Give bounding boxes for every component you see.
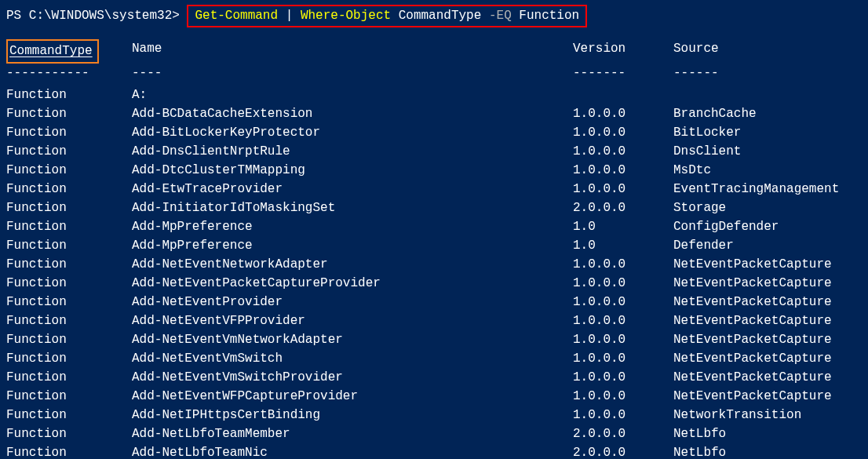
cell-version: 1.0.0.0 (573, 330, 673, 349)
cell-name: Add-NetEventProvider (132, 293, 573, 311)
table-row: FunctionAdd-NetEventVmNetworkAdapter1.0.… (6, 330, 862, 349)
cell-commandtype: Function (6, 161, 132, 180)
table-row: FunctionAdd-DtcClusterTMMapping1.0.0.0Ms… (6, 161, 862, 180)
cell-source: Defender (673, 236, 734, 255)
cell-commandtype: Function (6, 86, 132, 104)
table-row: FunctionAdd-NetEventProvider1.0.0.0NetEv… (6, 293, 862, 311)
cell-name: Add-NetEventVmSwitch (132, 349, 573, 368)
table-body: FunctionA:FunctionAdd-BCDataCacheExtensi… (6, 86, 862, 459)
cell-version: 1.0.0.0 (573, 255, 673, 274)
cell-version: 2.0.0.0 (573, 424, 673, 443)
dashes-source: ------ (673, 64, 719, 82)
table-row: FunctionAdd-NetEventVmSwitchProvider1.0.… (6, 368, 862, 387)
table-row: FunctionAdd-NetEventVFPProvider1.0.0.0Ne… (6, 311, 862, 330)
header-source: Source (673, 39, 719, 64)
cmdlet-where-object: Where-Object (301, 9, 391, 23)
cell-commandtype: Function (6, 199, 132, 217)
cell-version: 1.0.0.0 (573, 387, 673, 406)
cell-commandtype: Function (6, 217, 132, 236)
cell-commandtype: Function (6, 123, 132, 142)
table-row: FunctionAdd-NetIPHttpsCertBinding1.0.0.0… (6, 406, 862, 424)
table-row: FunctionAdd-MpPreference1.0Defender (6, 236, 862, 255)
cell-source: NetLbfo (673, 443, 726, 459)
cell-name: Add-NetEventVmNetworkAdapter (132, 330, 573, 349)
header-version: Version (573, 39, 673, 64)
table-row: FunctionAdd-NetLbfoTeamMember2.0.0.0NetL… (6, 424, 862, 443)
cell-commandtype: Function (6, 349, 132, 368)
dashes-type: ----------- (6, 64, 132, 82)
cell-commandtype: Function (6, 274, 132, 293)
cell-version: 2.0.0.0 (573, 443, 673, 459)
cell-version: 1.0.0.0 (573, 123, 673, 142)
cell-source: Storage (673, 199, 726, 217)
dashes-name: ---- (132, 64, 573, 82)
cell-source: NetEventPacketCapture (673, 330, 832, 349)
header-name: Name (132, 39, 573, 64)
cell-version: 1.0.0.0 (573, 142, 673, 161)
cell-version: 1.0.0.0 (573, 406, 673, 424)
cell-version: 2.0.0.0 (573, 199, 673, 217)
table-row: FunctionAdd-NetEventNetworkAdapter1.0.0.… (6, 255, 862, 274)
cell-commandtype: Function (6, 424, 132, 443)
table-row: FunctionAdd-NetEventVmSwitch1.0.0.0NetEv… (6, 349, 862, 368)
cell-commandtype: Function (6, 311, 132, 330)
cell-name: Add-NetEventNetworkAdapter (132, 255, 573, 274)
table-row: FunctionAdd-InitiatorIdToMaskingSet2.0.0… (6, 199, 862, 217)
cell-source: NetEventPacketCapture (673, 387, 832, 406)
cell-version: 1.0.0.0 (573, 349, 673, 368)
cell-source: NetLbfo (673, 424, 726, 443)
table-header-row: CommandType Name Version Source (6, 39, 862, 64)
cell-commandtype: Function (6, 255, 132, 274)
cell-commandtype: Function (6, 293, 132, 311)
cell-name: Add-BCDataCacheExtension (132, 104, 573, 123)
cell-version: 1.0.0.0 (573, 161, 673, 180)
cell-name: Add-BitLockerKeyProtector (132, 123, 573, 142)
cell-name: Add-NetEventPacketCaptureProvider (132, 274, 573, 293)
cell-version (573, 86, 673, 104)
cell-commandtype: Function (6, 406, 132, 424)
dashes-version: ------- (573, 64, 673, 82)
cell-source: MsDtc (673, 161, 711, 180)
cell-name: Add-NetIPHttpsCertBinding (132, 406, 573, 424)
command-highlight-box: Get-Command | Where-Object CommandType -… (187, 5, 587, 27)
cell-name: A: (132, 86, 573, 104)
cell-source: DnsClient (673, 142, 741, 161)
value-function: Function (512, 9, 579, 23)
cell-source: NetEventPacketCapture (673, 274, 832, 293)
cell-version: 1.0.0.0 (573, 180, 673, 199)
cell-commandtype: Function (6, 104, 132, 123)
cell-name: Add-DtcClusterTMMapping (132, 161, 573, 180)
table-row: FunctionAdd-EtwTraceProvider1.0.0.0Event… (6, 180, 862, 199)
cell-commandtype: Function (6, 142, 132, 161)
cell-version: 1.0.0.0 (573, 311, 673, 330)
table-dashes-row: ----------- ---- ------- ------ (6, 64, 862, 82)
operator-eq: -EQ (489, 9, 512, 23)
table-row: FunctionAdd-NetEventPacketCaptureProvide… (6, 274, 862, 293)
table-row: FunctionAdd-NetEventWFPCaptureProvider1.… (6, 387, 862, 406)
cell-name: Add-DnsClientNrptRule (132, 142, 573, 161)
prompt-line[interactable]: PS C:\WINDOWS\system32> Get-Command | Wh… (6, 6, 862, 25)
table-row: FunctionAdd-NetLbfoTeamNic2.0.0.0NetLbfo (6, 443, 862, 459)
cell-version: 1.0 (573, 236, 673, 255)
cell-name: Add-MpPreference (132, 217, 573, 236)
table-row: FunctionAdd-BCDataCacheExtension1.0.0.0B… (6, 104, 862, 123)
cell-source: NetEventPacketCapture (673, 293, 832, 311)
table-row: FunctionAdd-MpPreference1.0ConfigDefende… (6, 217, 862, 236)
cell-name: Add-NetEventWFPCaptureProvider (132, 387, 573, 406)
cell-commandtype: Function (6, 180, 132, 199)
cell-name: Add-NetLbfoTeamNic (132, 443, 573, 459)
cell-source: NetEventPacketCapture (673, 368, 832, 387)
cell-commandtype: Function (6, 330, 132, 349)
cell-name: Add-NetLbfoTeamMember (132, 424, 573, 443)
cell-commandtype: Function (6, 443, 132, 459)
cell-source: NetEventPacketCapture (673, 255, 832, 274)
prompt-prefix: PS C:\WINDOWS\system32> (6, 9, 187, 23)
cell-source: BitLocker (673, 123, 741, 142)
cell-name: Add-EtwTraceProvider (132, 180, 573, 199)
header-commandtype-cell: CommandType (6, 39, 132, 64)
cell-source: NetEventPacketCapture (673, 349, 832, 368)
cell-name: Add-NetEventVFPProvider (132, 311, 573, 330)
param-commandtype: CommandType (391, 9, 489, 23)
cell-source: NetworkTransition (673, 406, 801, 424)
cell-source: BranchCache (673, 104, 757, 123)
